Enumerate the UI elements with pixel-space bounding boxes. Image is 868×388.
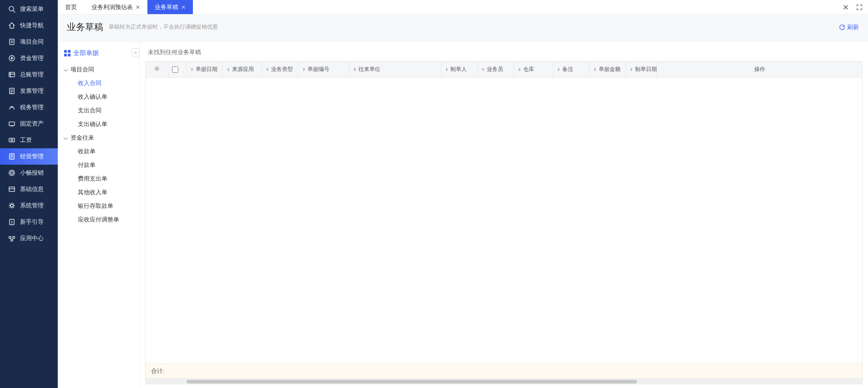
tree-item-0-1[interactable]: 收入确认单	[58, 90, 139, 104]
svg-rect-13	[64, 50, 67, 53]
tree-item-0-3[interactable]: 支出确认单	[58, 117, 139, 131]
close-icon[interactable]: ✕	[181, 4, 186, 10]
sidebar-item-label: 快捷导航	[20, 21, 44, 30]
horizontal-scrollbar[interactable]	[146, 378, 862, 384]
grid-icon	[64, 50, 71, 56]
sort-icon: ▲▼	[227, 68, 230, 71]
collapse-panel-icon[interactable]: «	[131, 48, 140, 56]
sidebar-item-home[interactable]: 快捷导航	[0, 17, 58, 34]
expense-icon	[8, 169, 15, 176]
sidebar-item-apps[interactable]: 应用中心	[0, 230, 58, 247]
sidebar-item-label: 小畅报销	[20, 169, 44, 177]
svg-rect-10	[9, 187, 15, 191]
col-gear[interactable]	[146, 61, 168, 77]
tree-item-0-0[interactable]: 收入合同	[58, 76, 139, 90]
base-icon	[8, 186, 15, 193]
col-type[interactable]: ▲▼业务类型	[262, 61, 298, 77]
tree-item-1-3[interactable]: 其他收入单	[58, 186, 139, 199]
col-wh[interactable]: ▲▼仓库	[514, 61, 553, 77]
salary-icon	[8, 136, 15, 144]
sidebar-item-label: 项目合同	[20, 38, 44, 46]
sidebar: 搜索菜单快捷导航项目合同资金管理总账管理发票管理税务管理固定资产工资经营管理小畅…	[0, 0, 58, 388]
tree-item-1-0[interactable]: 收款单	[58, 145, 139, 158]
col-label: 业务类型	[271, 66, 293, 73]
asset-icon	[8, 120, 15, 127]
sidebar-item-salary[interactable]: 工资	[0, 132, 58, 148]
col-op[interactable]: 操作	[657, 61, 862, 77]
col-label: 来源应用	[232, 66, 254, 73]
page-title: 业务草稿	[67, 21, 103, 33]
sidebar-item-biz[interactable]: 经营管理	[0, 148, 58, 165]
col-label: 单据金额	[599, 66, 621, 73]
scrollbar-thumb[interactable]	[187, 380, 637, 383]
col-amt[interactable]: ▲▼单据金额	[590, 61, 626, 77]
sidebar-item-expense[interactable]: 小畅报销	[0, 165, 58, 181]
col-date[interactable]: ▲▼单据日期	[187, 61, 223, 77]
sort-icon: ▲▼	[190, 68, 194, 71]
sort-icon: ▲▼	[481, 68, 485, 71]
svg-point-17	[156, 68, 157, 70]
tree-item-1-4[interactable]: 银行存取款单	[58, 199, 139, 213]
sidebar-item-guide[interactable]: 新手引导	[0, 214, 58, 230]
tree-item-0-2[interactable]: 支出合同	[58, 104, 139, 117]
sidebar-item-label: 税务管理	[20, 103, 44, 111]
refresh-button[interactable]: 刷新	[839, 23, 859, 31]
sidebar-item-asset[interactable]: 固定资产	[0, 116, 58, 132]
col-src[interactable]: ▲▼来源应用	[223, 61, 262, 77]
empty-message: 未找到任何业务草稿	[145, 45, 863, 61]
fullscreen-icon[interactable]	[855, 3, 863, 11]
col-label: 业务员	[487, 66, 503, 73]
select-all-checkbox[interactable]	[172, 66, 178, 73]
col-partner[interactable]: ▲▼往来单位	[349, 61, 441, 77]
sidebar-item-label: 发票管理	[20, 87, 44, 95]
sidebar-item-invoice[interactable]: 发票管理	[0, 83, 58, 99]
filter-tree: 项目合同收入合同收入确认单支出合同支出确认单资金往来收款单付款单费用支出单其他收…	[58, 61, 139, 228]
tree-group-0[interactable]: 项目合同	[58, 63, 139, 76]
sidebar-item-label: 应用中心	[20, 234, 44, 242]
search-icon	[8, 5, 15, 13]
svg-rect-3	[9, 72, 15, 77]
tree-group-1[interactable]: 资金往来	[58, 131, 139, 145]
table: ▲▼单据日期▲▼来源应用▲▼业务类型▲▼单据编号▲▼往来单位▲▼制单人▲▼业务员…	[145, 61, 863, 384]
close-icon[interactable]: ✕	[136, 4, 140, 10]
sidebar-item-fund[interactable]: 资金管理	[0, 50, 58, 66]
tab-0[interactable]: 首页	[58, 0, 84, 14]
col-mdate[interactable]: ▲▼制单日期	[626, 61, 657, 77]
col-sales[interactable]: ▲▼业务员	[478, 61, 514, 77]
sidebar-item-ledger[interactable]: 总账管理	[0, 66, 58, 83]
tab-2[interactable]: 业务草稿✕	[147, 0, 193, 14]
sidebar-item-search[interactable]: 搜索菜单	[0, 1, 58, 17]
sort-icon: ▲▼	[266, 68, 269, 71]
tab-label: 业务草稿	[155, 3, 178, 11]
sort-icon: ▲▼	[518, 68, 521, 71]
tree-item-1-1[interactable]: 付款单	[58, 158, 139, 172]
sidebar-item-system[interactable]: 系统管理	[0, 197, 58, 214]
tree-item-1-2[interactable]: 费用支出单	[58, 172, 139, 186]
sidebar-item-label: 总账管理	[20, 71, 44, 79]
sort-icon: ▲▼	[302, 68, 306, 71]
svg-point-7	[11, 139, 13, 141]
tab-1[interactable]: 业务利润预估表✕	[84, 0, 147, 14]
doc-icon	[8, 38, 15, 45]
sidebar-item-label: 资金管理	[20, 54, 44, 62]
col-note[interactable]: ▲▼备注	[553, 61, 590, 77]
filter-all[interactable]: 全部单据	[58, 45, 139, 61]
col-label: 备注	[562, 66, 573, 73]
sort-icon: ▲▼	[593, 68, 597, 71]
refresh-label: 刷新	[847, 23, 859, 31]
sidebar-item-tax[interactable]: 税务管理	[0, 99, 58, 116]
filter-panel: 全部单据 « 项目合同收入合同收入确认单支出合同支出确认单资金往来收款单付款单费…	[58, 42, 140, 388]
content: 未找到任何业务草稿 ▲▼单据日期▲▼来源应用▲▼业务类型▲▼单据编号▲▼往来单位…	[140, 42, 868, 388]
sidebar-item-doc[interactable]: 项目合同	[0, 34, 58, 50]
sort-icon: ▲▼	[557, 68, 560, 71]
close-all-icon[interactable]	[842, 3, 850, 11]
tab-label: 业务利润预估表	[91, 3, 133, 11]
sidebar-item-base[interactable]: 基础信息	[0, 181, 58, 197]
tree-item-1-5[interactable]: 应收应付调整单	[58, 213, 139, 227]
col-no[interactable]: ▲▼单据编号	[298, 61, 349, 77]
svg-rect-6	[9, 138, 15, 142]
col-label: 往来单位	[358, 66, 380, 73]
col-chk[interactable]	[168, 61, 187, 77]
footer-total-label: 合计:	[151, 367, 165, 375]
col-maker[interactable]: ▲▼制单人	[441, 61, 478, 77]
